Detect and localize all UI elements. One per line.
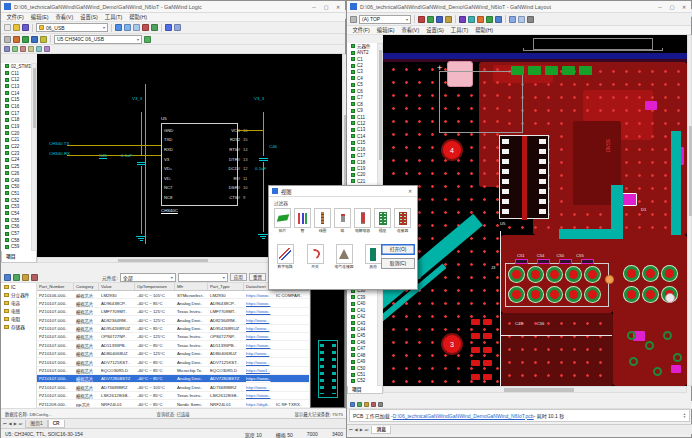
cancel-button[interactable]: 取消(C) [381,258,415,269]
chip-partname[interactable]: CH340C [161,208,178,213]
export-icon[interactable] [22,274,29,281]
tree-item[interactable]: C22 [1,143,31,150]
tree-item[interactable]: C57 [1,230,31,237]
zoom-out-icon[interactable] [518,16,525,23]
select-icon[interactable] [4,36,11,43]
prev-tab-icon[interactable]: ◀ [355,427,359,432]
chip-refdes[interactable]: U5 [161,116,167,121]
zoom-in-icon[interactable] [124,24,131,31]
column-header[interactable]: Value [99,283,135,290]
print-icon[interactable] [151,24,158,31]
sheet-selector[interactable]: 06_USB ▾ [36,23,108,32]
type-cell[interactable]: 管 [293,208,312,233]
column-header[interactable]: Category [74,283,99,290]
tree-item[interactable]: C11 [1,70,31,77]
tree-item[interactable]: C58 [1,237,31,244]
add-text-icon[interactable] [40,36,47,43]
menu-item[interactable]: 文件(F) [349,26,373,34]
cap-refdes[interactable]: C45 [99,153,107,158]
rect-icon[interactable] [12,46,18,52]
first-tab-icon[interactable]: ⏮ [349,427,354,432]
table-row[interactable]: PZ10107-000..模拟芯片 OP84727NP..-40°C ~ 125… [37,333,309,341]
last-sheet-icon[interactable]: ⏭ [19,421,24,426]
tree-item[interactable]: C56 [1,224,31,231]
menu-item[interactable]: 工具(T) [447,26,471,34]
layout-titlebar[interactable]: D:\06_technicalGaNWind\GaNWind_Demo\GaNW… [347,1,691,13]
next-sheet-icon[interactable]: ▶ [14,421,18,426]
delete-icon[interactable] [31,274,38,281]
tree-item[interactable]: C16 [1,103,31,110]
route-icon[interactable] [418,16,425,23]
tree-item[interactable]: C59 [1,244,31,251]
tree-item[interactable]: C19 [1,123,31,130]
column-header[interactable]: OpTemperature [135,283,175,290]
tree-item[interactable]: C12 [1,76,31,83]
highlight-icon[interactable] [477,16,484,23]
table-row[interactable]: PZ11209-000..RF芯片 NRF24L01-40°C ~ 85°C N… [37,400,309,408]
drc-icon[interactable] [459,16,466,23]
last-tab-icon[interactable]: ⏭ [365,427,370,432]
menu-item[interactable]: 工具(T) [101,13,125,21]
rotate-icon[interactable] [495,16,502,23]
clear-icon[interactable] [350,402,355,407]
menu-item[interactable]: 设置(S) [423,26,448,34]
table-row[interactable]: PZ10107-000..模拟芯片 ADB04068UZ-40°C ~ 125°… [37,350,309,358]
circle-icon[interactable] [20,46,26,52]
menu-item[interactable]: 查看(V) [52,13,77,21]
menu-item[interactable]: 帮助(H) [472,26,497,34]
type-cell[interactable]: 线圈 [313,208,332,233]
table-row[interactable]: PZ10107-000..模拟芯片 ADV7280BSTZ-40°C ~ 85°… [37,375,309,383]
part-selector[interactable]: U5 CH340C 06_USB ▾ [54,35,142,44]
tree-item[interactable]: C23 [1,150,31,157]
table-row[interactable]: PZ10107-000..模拟芯片 AD51393PB..-40°C ~ 85°… [37,341,309,349]
grid-icon[interactable] [468,16,475,23]
settings-icon[interactable] [174,24,181,31]
search-filter[interactable]: ▾ [178,273,228,282]
help-icon[interactable] [527,16,534,23]
tree-item[interactable]: C49 [1,177,31,184]
table-row[interactable]: PZ10107-000..模拟芯片 AD82364RM..-40°C ~ 125… [37,316,309,324]
tree-item[interactable]: C26 [1,170,31,177]
help-icon[interactable] [165,24,172,31]
open-button[interactable]: 打开(O) [381,244,415,255]
menu-item[interactable]: 设置(S) [77,13,102,21]
category-item[interactable]: 电感 [1,307,36,315]
cap-refdes[interactable]: C46 [269,144,277,149]
sheet-tab[interactable]: CR [48,420,65,428]
line-icon[interactable] [4,46,10,52]
confirm-icon[interactable] [144,36,151,43]
tree-item[interactable]: C17 [1,110,31,117]
table-row[interactable]: PZ10107-000..模拟芯片 EQCO30R5.D-40°C ~ 85°C… [37,367,309,375]
tab-project[interactable]: 项目 [1,251,37,263]
minimize-icon[interactable]: ─ [308,2,320,12]
tree-item[interactable]: C52 [1,197,31,204]
table-row[interactable]: PZ10107-000..模拟芯片 AD96438CP..-40°C ~ 85°… [37,299,309,307]
refresh-icon[interactable] [142,24,149,31]
spinner[interactable]: ▲ ▼ [683,413,686,419]
type-cell[interactable]: 贴片 [273,208,292,233]
maximize-icon[interactable]: ▢ [320,2,332,12]
prev-sheet-icon[interactable]: ◀ [9,421,13,426]
table-row[interactable]: PZ10107-000..模拟芯片 ADV7125KST..-40°C ~ 85… [37,358,309,366]
chip-u5[interactable]: GNDTXDRXDV3VD+VD-NC7NC8 VCC16 R23215 RTS… [161,123,238,206]
logic-titlebar[interactable]: D:\06_technicalGaNWind\GaNWind_Demo\GaNW… [1,1,345,13]
type-cell[interactable]: 数字电路 [273,244,297,269]
table-row[interactable]: PZ10107-000..模拟芯片 AD73689BRZ-40°C ~ 105°… [37,383,309,391]
pcb-file-link[interactable]: D:\06_technicalGaNWindGaNWind_DemoGaNWin… [393,413,534,419]
layer-selector[interactable]: (A) TOP ▾ [359,15,411,24]
type-cell[interactable]: 插座 [373,208,392,233]
type-cell[interactable]: 连接器 [393,208,412,233]
add-wire-icon[interactable] [22,36,29,43]
tree-item[interactable]: C21 [1,137,31,144]
type-cell[interactable]: 珠 [333,208,352,233]
column-header[interactable]: Part_Number [37,283,74,290]
category-item[interactable]: 电阻 [1,315,36,323]
column-header[interactable]: Part_Type [208,283,244,290]
tree-item[interactable]: C14 [1,90,31,97]
tab-messages[interactable]: 消息 [371,426,391,434]
close-icon[interactable]: ✕ [332,2,344,12]
tree-item[interactable]: C52 [347,378,377,384]
close-icon[interactable]: ✕ [404,186,416,196]
pcb-hscrollbar[interactable] [383,386,687,393]
category-item[interactable]: IC [1,283,36,291]
